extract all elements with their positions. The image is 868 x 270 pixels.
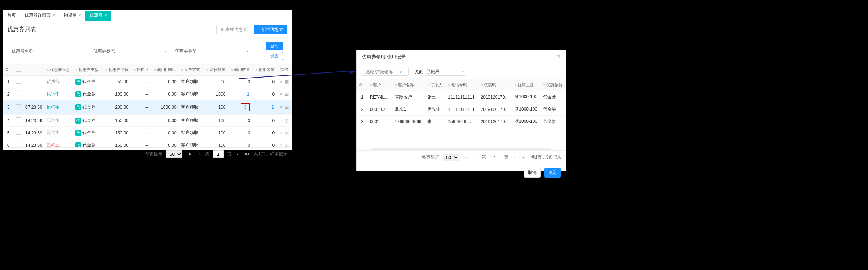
table-row[interactable]: 307 23:59执行中代代金券200.00--1000.00客户领取10031… xyxy=(3,100,292,115)
qr-icon[interactable]: ▦ xyxy=(285,130,289,136)
row-checkbox[interactable] xyxy=(16,142,21,147)
filter-name-input[interactable] xyxy=(35,47,86,55)
qr-icon[interactable]: ▦ xyxy=(285,79,289,84)
distribute-button[interactable]: ⊕ 发放优惠券 xyxy=(216,25,251,34)
filter-bar: 优惠券名称 优惠券状态 ⌄ 优惠券类型 ⌄ 查询 设置 xyxy=(3,38,292,64)
table-row[interactable]: 200010001北京1唐先生111111111112019120170...满… xyxy=(357,103,566,116)
tab-2[interactable]: 销货单✕ xyxy=(59,11,85,21)
tab-label: 优惠券详情页 xyxy=(25,12,51,18)
tab-bar: 首页优惠券详情页✕销货单✕优惠券✕ xyxy=(3,10,292,21)
share-icon[interactable]: ↗ xyxy=(279,118,283,123)
table-row[interactable]: 1待执行代代金券50.00--0.00客户领取1000↗▦ xyxy=(3,76,292,88)
close-icon[interactable]: ✕ xyxy=(78,13,81,17)
select-all-checkbox[interactable] xyxy=(16,67,21,72)
search-icon[interactable]: ⌕ xyxy=(400,69,402,74)
tab-3[interactable]: 优惠券✕ xyxy=(85,11,111,21)
page-input[interactable] xyxy=(213,150,224,158)
qr-icon[interactable]: ▦ xyxy=(285,105,289,110)
filter-status-select[interactable]: ⌄ xyxy=(117,47,168,55)
last-page-icon[interactable]: ⏭ xyxy=(520,155,527,160)
receive-count-link[interactable]: 3 xyxy=(244,105,247,110)
query-button[interactable]: 查询 xyxy=(266,42,283,50)
coupon-type-icon: 代 xyxy=(75,142,81,148)
chevron-down-icon: ⌄ xyxy=(462,69,465,73)
first-page-icon[interactable]: ⏮ xyxy=(186,151,193,157)
qr-icon[interactable]: ▦ xyxy=(285,143,289,148)
settings-button[interactable]: 设置 xyxy=(266,52,283,60)
status-badge: 已过期 xyxy=(47,117,60,124)
receive-count-link[interactable]: 1 xyxy=(246,92,250,97)
status-badge: 已终止 xyxy=(47,142,60,147)
modal-title: 优惠券领用/使用记录 xyxy=(362,54,406,60)
search-input[interactable] xyxy=(365,70,398,74)
tab-0[interactable]: 首页 xyxy=(3,11,20,21)
table-row[interactable]: 414 23:59已过期代代金券150.00--0.00客户领取10000↗▦ xyxy=(3,115,292,127)
add-coupon-button[interactable]: + 新增优惠券 xyxy=(254,25,287,34)
row-checkbox[interactable] xyxy=(16,117,21,122)
filter-name-label: 优惠券名称 xyxy=(12,48,33,54)
share-icon[interactable]: ↗ xyxy=(279,105,283,110)
tab-1[interactable]: 优惠券详情页✕ xyxy=(20,11,59,21)
tab-label: 优惠券 xyxy=(90,12,103,18)
table-row[interactable]: 2执行中代代金券100.00--0.00客户领取100010↗▦ xyxy=(3,88,292,100)
close-icon[interactable]: ✕ xyxy=(556,54,561,60)
modal-page-input[interactable] xyxy=(490,154,500,161)
close-icon[interactable]: ✕ xyxy=(104,13,107,17)
next-page-icon[interactable]: › xyxy=(512,155,516,160)
title-bar: 优惠券列表 ⊕ 发放优惠券 + 新增优惠券 xyxy=(3,21,292,38)
gear-icon[interactable]: ⚙ xyxy=(5,67,9,72)
prev-page-icon[interactable]: ‹ xyxy=(197,151,201,157)
last-page-icon[interactable]: ⏭ xyxy=(243,151,250,157)
confirm-button[interactable]: 确定 xyxy=(544,168,561,178)
status-badge: 待执行 xyxy=(47,79,60,85)
chevron-down-icon: ⌄ xyxy=(164,49,167,53)
close-icon[interactable]: ✕ xyxy=(52,13,55,17)
table-row[interactable]: 514 23:59已过期代代金券150.00--0.00客户领取10000↗▦ xyxy=(3,127,292,139)
table-row[interactable]: 1RETAIL...零散客户张三111111111112019120170...… xyxy=(357,91,566,103)
row-checkbox[interactable] xyxy=(16,130,21,135)
share-icon[interactable]: ↗ xyxy=(279,79,283,84)
modal-status-select[interactable]: 已使用 ⌄ xyxy=(425,68,465,76)
row-checkbox[interactable] xyxy=(16,104,21,109)
share-icon[interactable]: ↗ xyxy=(279,130,283,136)
prev-page-icon[interactable]: ‹ xyxy=(474,155,478,160)
usage-table: ⚙ ⇅客户... ⇅客户名称 ⇅联系人 ⇅电话号码 ⇅优惠码 ⇅优惠主题 ⇅优惠… xyxy=(357,79,566,128)
coupon-type-icon: 代 xyxy=(75,104,81,110)
modal-pagination: 每页显示 50 ⏮ ‹ 第 页 › ⏭ 共1页，3条记录 xyxy=(357,150,566,164)
filter-type-select[interactable]: ⌄ xyxy=(199,47,250,55)
first-page-icon[interactable]: ⏮ xyxy=(463,155,470,160)
share-icon[interactable]: ↗ xyxy=(279,143,283,148)
modal-status-label: 状态 xyxy=(414,69,423,75)
filter-type-label: 优惠券类型 xyxy=(175,48,197,54)
coupon-type-icon: 代 xyxy=(75,79,81,85)
next-page-icon[interactable]: › xyxy=(235,151,240,157)
coupon-type-icon: 代 xyxy=(75,91,81,97)
chevron-down-icon: ⌄ xyxy=(246,49,249,53)
use-count-link[interactable]: 1 xyxy=(271,105,275,110)
coupon-table: ⚙ ⇅优惠券状态 ⇅优惠券类型 ⇅优惠券面值 ⇅折扣% ⇅使用门槛... ⇅发放… xyxy=(3,64,292,147)
status-badge: 执行中 xyxy=(47,91,60,97)
coupon-type-icon: 代 xyxy=(75,130,81,136)
per-page-select[interactable]: 50 xyxy=(166,150,182,158)
row-checkbox[interactable] xyxy=(16,91,21,96)
qr-icon[interactable]: ▦ xyxy=(285,118,289,123)
modal-per-page-select[interactable]: 50 xyxy=(443,154,459,161)
page-title: 优惠券列表 xyxy=(7,26,36,33)
table-row[interactable]: 614 23:59已终止代代金券150.00--0.00客户领取10000↗▦ xyxy=(3,139,292,148)
gear-icon[interactable]: ⚙ xyxy=(359,83,363,87)
share-icon[interactable]: ↗ xyxy=(279,92,283,97)
status-badge: 已过期 xyxy=(47,130,60,136)
cancel-button[interactable]: 取消 xyxy=(524,168,541,178)
tab-label: 首页 xyxy=(7,12,16,18)
usage-record-modal: 优惠券领用/使用记录 ✕ ⌕ 状态 已使用 ⌄ ⚙ ⇅客户... ⇅客户名称 ⇅… xyxy=(356,50,566,171)
qr-icon[interactable]: ▦ xyxy=(285,92,289,97)
coupon-type-icon: 代 xyxy=(75,118,81,124)
tab-label: 销货单 xyxy=(64,12,77,18)
row-checkbox[interactable] xyxy=(16,79,21,84)
pagination: 每页显示 50 ⏮ ‹ 第 页 › ⏭ 共1页，49条记录 xyxy=(3,147,292,161)
filter-status-label: 优惠券状态 xyxy=(93,48,115,54)
modal-pagination-summary: 共1页，3条记录 xyxy=(531,154,562,161)
search-input-wrap[interactable]: ⌕ xyxy=(362,68,409,76)
table-row[interactable]: 3000117666666666张156 6666 ...2019120170.… xyxy=(357,116,566,128)
status-badge: 执行中 xyxy=(47,104,60,111)
